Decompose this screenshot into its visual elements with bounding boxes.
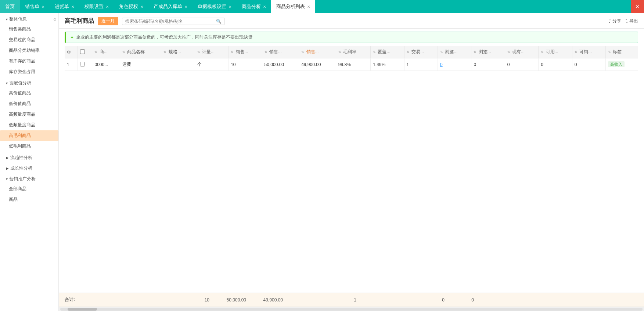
col-spec[interactable]: ⇅ 规格... [161, 46, 195, 58]
sidebar-item-low-value[interactable]: 低价值商品 [0, 98, 58, 109]
table-container: ⚙ ⇅ 商... ⇅ 商品名称 [65, 46, 638, 293]
sidebar-item-goods-contribution[interactable]: 商品分类助销率 [0, 45, 58, 56]
sidebar-item-traded-goods[interactable]: 交易过的商品 [0, 35, 58, 45]
col-sales-cost[interactable]: ⇅ 销售... [299, 46, 336, 58]
col-unit[interactable]: ⇅ 计量... [195, 46, 228, 58]
col-code[interactable]: ⇅ 商... [92, 46, 120, 58]
close-permission-tab[interactable]: ✕ [106, 5, 109, 9]
sidebar-group-marketing-analysis[interactable]: ▾ 营销推广分析 [0, 173, 58, 184]
sidebar-item-all-goods[interactable]: 全部商品 [0, 184, 58, 194]
sidebar-item-new-goods[interactable]: 新品 [0, 194, 58, 205]
col-saleable[interactable]: ⇅ 可销... [572, 46, 605, 58]
sidebar-item-in-stock-goods[interactable]: 有库存的商品 [0, 56, 58, 66]
row-coverage: 1.49% [371, 58, 404, 71]
col-name[interactable]: ⇅ 商品名称 [120, 46, 161, 58]
sidebar-item-high-value[interactable]: 高价值商品 [0, 88, 58, 98]
sort-icon: ⇅ [122, 50, 125, 54]
sidebar-group-profit-analysis[interactable]: ▾ 贡献值分析 [0, 77, 58, 88]
nav-product-warehouse[interactable]: 产成品入库单 ✕ [148, 0, 193, 13]
nav-purchase-order[interactable]: 进货单 ✕ [50, 0, 79, 13]
search-box: 🔍 [122, 18, 225, 25]
sidebar-group-arrow: ▾ [6, 17, 8, 21]
page-title: 高毛利商品 [65, 17, 94, 25]
row-browse1[interactable]: 0 [438, 58, 471, 71]
col-settings[interactable]: ⚙ [65, 46, 78, 58]
sort-icon: ⇅ [440, 50, 443, 54]
content-area: 高毛利商品 近一月 🔍 ⤴ 分享 ⤵ 导出 ✦ 企业的主要的利润都是这部分商品创… [59, 13, 644, 311]
col-coverage[interactable]: ⇅ 覆盖... [371, 46, 404, 58]
select-all-checkbox[interactable] [80, 49, 85, 54]
col-tag[interactable]: ⇅ 标签 [606, 46, 638, 58]
nav-template-settings[interactable]: 单据模板设置 ✕ [193, 0, 237, 13]
close-template-tab[interactable]: ✕ [229, 5, 231, 9]
sidebar-item-low-freq[interactable]: 低频量度商品 [0, 120, 58, 130]
nav-permission-settings[interactable]: 权限设置 ✕ [79, 0, 114, 13]
row-code[interactable]: 0000... [92, 58, 120, 71]
close-app-button[interactable]: ✕ [631, 0, 644, 13]
search-icon[interactable]: 🔍 [216, 19, 222, 24]
nav-role-permission[interactable]: 角色授权 ✕ [114, 0, 148, 13]
col-margin-rate[interactable]: ⇅ 毛利率 [336, 46, 370, 58]
export-button[interactable]: ⤵ 导出 [626, 18, 638, 24]
row-name: 运费 [120, 58, 161, 71]
col-checkbox[interactable] [78, 46, 92, 58]
row-browse2: 0 [471, 58, 505, 71]
row-sales-qty: 10 [229, 58, 262, 71]
sidebar-item-low-margin[interactable]: 低毛利商品 [0, 141, 58, 152]
footer-bar: 合计: 10 50,000.00 49,900.00 1 0 0 [59, 293, 644, 307]
row-select-checkbox[interactable] [80, 62, 85, 66]
search-input[interactable] [125, 19, 216, 24]
close-purchase-order-tab[interactable]: ✕ [71, 5, 74, 9]
top-navigation: 首页 销售单 ✕ 进货单 ✕ 权限设置 ✕ 角色授权 ✕ 产成品入库单 ✕ 单据… [0, 0, 644, 13]
row-unit: 个 [195, 58, 228, 71]
col-transaction[interactable]: ⇅ 交易... [404, 46, 438, 58]
horizontal-scrollbar[interactable] [59, 307, 644, 311]
col-available1[interactable]: ⇅ 现有... [505, 46, 538, 58]
sidebar-group-trend-analysis[interactable]: ▶ 流趋性分析 [0, 152, 58, 162]
share-icon: ⤴ [609, 19, 611, 24]
row-available2: 0 [539, 58, 572, 71]
header-actions: ⤴ 分享 ⤵ 导出 [609, 18, 638, 24]
col-browse2[interactable]: ⇅ 浏览... [471, 46, 505, 58]
sort-icon: ⇅ [608, 50, 611, 54]
sort-icon: ⇅ [301, 50, 304, 54]
close-analysis-tab[interactable]: ✕ [263, 5, 266, 9]
nav-home[interactable]: 首页 [0, 0, 20, 13]
sidebar-group-overall-info[interactable]: ▾ 整体信息 [0, 13, 58, 24]
close-role-tab[interactable]: ✕ [140, 5, 143, 9]
nav-product-analysis-list[interactable]: 商品分析列表 ✕ [271, 0, 315, 13]
sidebar-group-marketing-arrow: ▾ [6, 177, 8, 181]
sort-icon: ⇅ [507, 50, 510, 54]
share-button[interactable]: ⤴ 分享 [609, 18, 621, 24]
close-warehouse-tab[interactable]: ✕ [184, 5, 187, 9]
sort-icon: ⇅ [373, 50, 376, 54]
col-sales-amount[interactable]: ⇅ 销售... [262, 46, 299, 58]
col-sales-qty[interactable]: ⇅ 销售... [229, 46, 262, 58]
scrollbar-thumb[interactable] [68, 308, 97, 311]
sidebar-collapse-button[interactable]: « [53, 16, 56, 22]
col-browse1[interactable]: ⇅ 浏览... [438, 46, 471, 58]
filter-month-button[interactable]: 近一月 [98, 17, 118, 25]
col-available2[interactable]: ⇅ 可用... [539, 46, 572, 58]
sidebar-item-sales-goods[interactable]: 销售类商品 [0, 24, 58, 35]
table-header-row: ⚙ ⇅ 商... ⇅ 商品名称 [65, 46, 638, 58]
main-layout: « ▾ 整体信息 销售类商品 交易过的商品 商品分类助销率 有库存的商品 库存资… [0, 13, 644, 311]
sidebar-group-growth-analysis[interactable]: ▶ 成长性分析 [0, 162, 58, 173]
row-spec [161, 58, 195, 71]
table-row: 1 0000... 运费 个 10 50,000.00 49,900.00 [65, 58, 638, 71]
sidebar-item-high-freq[interactable]: 高频量度商品 [0, 109, 58, 120]
close-sales-order-tab[interactable]: ✕ [42, 5, 44, 9]
footer-available2: 0 [447, 297, 476, 303]
row-sales-cost: 49,900.00 [299, 58, 336, 71]
row-checkbox[interactable] [78, 58, 92, 71]
sidebar-item-inventory-capital[interactable]: 库存资金占用 [0, 66, 58, 77]
close-analysis-list-tab[interactable]: ✕ [307, 5, 310, 9]
sort-icon: ⇅ [474, 50, 476, 54]
sidebar-item-high-margin[interactable]: 高毛利商品 [0, 130, 58, 141]
nav-product-analysis[interactable]: 商品分析 ✕ [237, 0, 271, 13]
sidebar-group-profit-arrow: ▾ [6, 81, 8, 85]
row-saleable: 0 [572, 58, 605, 71]
footer-label: 合计: [65, 297, 109, 303]
nav-sales-order[interactable]: 销售单 ✕ [20, 0, 50, 13]
sort-icon: ⇅ [407, 50, 410, 54]
